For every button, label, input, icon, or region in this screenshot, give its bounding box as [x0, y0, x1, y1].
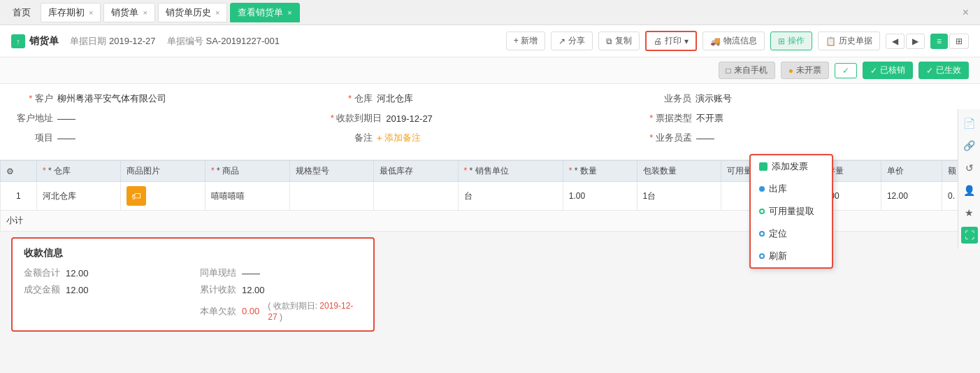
- operations-label: 操作: [788, 35, 805, 47]
- voided-label: 已核销: [880, 64, 905, 76]
- doc-number-field: 单据编号 SA-20191227-001: [167, 35, 280, 48]
- grid-view-button[interactable]: ⊞: [949, 34, 969, 49]
- document-title: 销货单: [29, 35, 59, 48]
- note-label: 备注: [331, 132, 373, 144]
- tab-view-sales-close[interactable]: ×: [287, 8, 291, 17]
- history-icon: 📋: [826, 36, 836, 46]
- tab-home[interactable]: 首页: [6, 6, 38, 19]
- from-phone-label: 来自手机: [734, 64, 768, 76]
- gear-icon[interactable]: ⚙: [6, 167, 14, 176]
- col-pkg-qty: 包装数量: [637, 161, 721, 182]
- customer-value: 柳州粤港平安气体有限公司: [57, 92, 166, 105]
- confirm-button[interactable]: ✓: [835, 63, 857, 78]
- tab-inventory-init[interactable]: 库存期初 ×: [41, 3, 101, 22]
- logistics-button[interactable]: 🚚 物流信息: [702, 31, 765, 50]
- project-value: ——: [57, 133, 75, 143]
- new-button[interactable]: + 新增: [506, 31, 545, 50]
- tab-sales-history-close[interactable]: ×: [215, 8, 219, 17]
- row-index: 1: [1, 182, 37, 211]
- col-unit-price: 单价: [881, 161, 942, 182]
- history-label: 历史单据: [839, 35, 872, 47]
- salesperson-label: 业务员孟: [649, 132, 692, 144]
- summary-deal-amount: 成交金额 12.00: [24, 283, 186, 296]
- summary-section: 收款信息 金额合计 12.00 同单现结 —— 成交金额 12.00 累计收款 …: [11, 237, 375, 332]
- doc-date-field: 单据日期 2019-12-27: [70, 35, 156, 48]
- add-note-label: 添加备注: [384, 132, 421, 144]
- tab-sales-history-label: 销货单历史: [166, 6, 211, 19]
- prev-record-button[interactable]: ◀: [886, 34, 905, 49]
- staff-label: 业务员: [649, 92, 691, 105]
- note-field: 备注 + 添加备注: [331, 132, 650, 144]
- staff-field: 业务员 演示账号: [649, 92, 969, 105]
- not-open-label: 未开票: [796, 64, 821, 76]
- tab-sales-order[interactable]: 销货单 ×: [103, 3, 154, 22]
- address-label: 客户地址: [11, 112, 53, 125]
- row-unit-price: 12.00: [881, 182, 942, 211]
- operations-button[interactable]: ⊞ 操作: [770, 31, 812, 50]
- copy-icon: ⧉: [606, 36, 612, 46]
- document-meta: 单据日期 2019-12-27 单据编号 SA-20191227-001: [70, 35, 280, 48]
- same-order-settlement-value: ——: [242, 268, 260, 279]
- tab-sales-order-close[interactable]: ×: [143, 8, 147, 17]
- available-pickup-label: 可用量提取: [769, 205, 814, 218]
- effective-button[interactable]: ✓ 已生效: [918, 62, 969, 79]
- document-title-section: ↑ 销货单: [11, 34, 59, 48]
- col-spec: 规格型号: [289, 161, 374, 182]
- history-button[interactable]: 📋 历史单据: [818, 31, 880, 50]
- dropdown-add-invoice[interactable]: 添加发票: [751, 155, 832, 178]
- ticket-type-field: 票据类型 不开票: [649, 112, 969, 125]
- tab-inventory-init-label: 库存期初: [48, 6, 85, 19]
- operations-dropdown: 添加发票 出库 可用量提取 定位 刷新: [749, 154, 833, 269]
- print-button[interactable]: 🖨 打印 ▾: [645, 31, 697, 51]
- not-open-button[interactable]: ● 未开票: [781, 62, 829, 79]
- from-phone-button[interactable]: □ 来自手机: [719, 62, 775, 79]
- sidebar-link-icon[interactable]: 🔗: [961, 137, 978, 154]
- dropdown-refresh[interactable]: 刷新: [751, 245, 832, 267]
- col-product-img: 商品图片: [121, 161, 206, 182]
- dropdown-locate[interactable]: 定位: [751, 223, 832, 245]
- sidebar-star-icon[interactable]: ★: [961, 204, 978, 221]
- share-button[interactable]: ↗ 分享: [551, 31, 593, 50]
- logistics-label: 物流信息: [723, 35, 757, 47]
- cumulative-receipt-value: 12.00: [242, 285, 265, 295]
- row-quantity: 1.00: [563, 182, 637, 211]
- form-row-1: 客户 柳州粤港平安气体有限公司 仓库 河北仓库 业务员 演示账号: [11, 92, 969, 105]
- sidebar-user-icon[interactable]: 👤: [961, 182, 978, 199]
- summary-total-amount: 金额合计 12.00: [24, 267, 186, 279]
- window-close-button[interactable]: ×: [957, 6, 974, 19]
- share-label: 分享: [568, 35, 585, 47]
- tab-inventory-init-close[interactable]: ×: [89, 8, 93, 17]
- not-open-icon: ●: [788, 66, 793, 76]
- hint-suffix: ): [278, 312, 282, 322]
- row-product: 嘻嘻嘻嘻: [205, 182, 289, 211]
- tab-sales-history[interactable]: 销货单历史 ×: [158, 3, 227, 22]
- doc-date-value: 2019-12-27: [109, 36, 156, 46]
- doc-icon: ↑: [11, 34, 25, 48]
- sidebar-refresh-icon[interactable]: ↺: [961, 160, 978, 176]
- product-image: 🏷: [127, 186, 146, 206]
- copy-button[interactable]: ⧉ 复制: [598, 31, 640, 50]
- due-date-value: 2019-12-27: [386, 113, 433, 124]
- list-view-button[interactable]: ≡: [930, 34, 948, 49]
- summary-grid: 金额合计 12.00 同单现结 —— 成交金额 12.00 累计收款 12.00…: [24, 267, 362, 322]
- add-note-button[interactable]: + 添加备注: [377, 132, 421, 144]
- next-record-button[interactable]: ▶: [906, 34, 925, 49]
- tab-view-sales[interactable]: 查看销货单 ×: [230, 3, 299, 22]
- outbound-label: 出库: [769, 183, 787, 195]
- warehouse-field: 仓库 河北仓库: [331, 92, 650, 105]
- right-sidebar: 📄 🔗 ↺ 👤 ★ ⛶: [958, 109, 980, 249]
- document-header: ↑ 销货单 单据日期 2019-12-27 单据编号 SA-20191227-0…: [0, 25, 980, 57]
- order-due-hint: ( 收款到期日: 2019-12-27 ): [268, 300, 362, 322]
- form-area: 客户 柳州粤港平安气体有限公司 仓库 河北仓库 业务员 演示账号 客户地址 ——: [0, 84, 980, 160]
- form-row-2: 客户地址 —— 收款到期日 2019-12-27 票据类型 不开票: [11, 112, 969, 125]
- dropdown-available-pickup[interactable]: 可用量提取: [751, 200, 832, 223]
- cumulative-receipt-label: 累计收款: [200, 283, 236, 296]
- due-date-label: 收款到期日: [331, 112, 382, 125]
- voided-button[interactable]: ✓ 已核销: [863, 62, 913, 79]
- col-product: * * 商品: [205, 161, 289, 182]
- sidebar-expand-icon[interactable]: ⛶: [961, 227, 978, 244]
- address-field: 客户地址 ——: [11, 112, 331, 125]
- staff-value: 演示账号: [696, 92, 732, 105]
- sidebar-doc-icon[interactable]: 📄: [961, 115, 978, 132]
- dropdown-outbound[interactable]: 出库: [751, 178, 832, 200]
